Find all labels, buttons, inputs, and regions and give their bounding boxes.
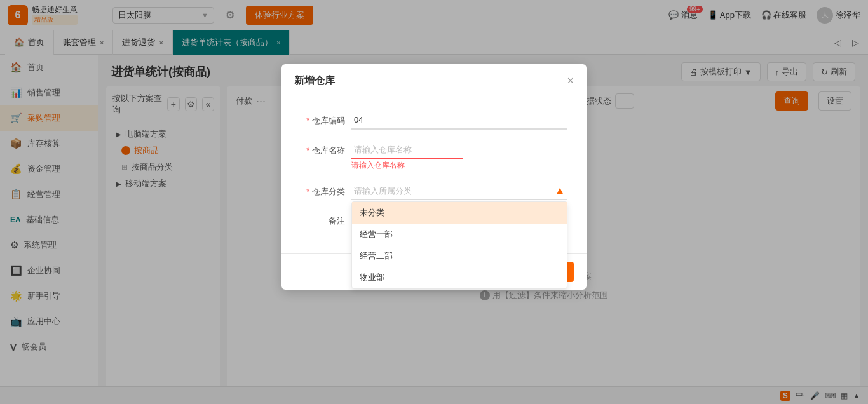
category-input-wrap: ▲ 未分类 经营一部 经营二部 物业部 [351, 182, 567, 200]
dropdown-item-uncategorized[interactable]: 未分类 [352, 202, 567, 224]
name-input[interactable] [351, 141, 463, 159]
dropdown-item-property[interactable]: 物业部 [352, 267, 567, 288]
form-row-code: 仓库编码 [301, 111, 567, 130]
category-label: 仓库分类 [301, 182, 351, 198]
modal-overlay[interactable]: 新增仓库 × 仓库编码 仓库名称 请 [0, 0, 868, 404]
code-input[interactable] [351, 111, 567, 129]
category-toggle-icon[interactable]: ▲ [552, 185, 567, 196]
name-label: 仓库名称 [301, 141, 351, 156]
dropdown-item-dept2[interactable]: 经营二部 [352, 245, 567, 267]
name-input-wrap [351, 141, 463, 159]
note-label: 备注 [301, 212, 351, 227]
category-dropdown: 未分类 经营一部 经营二部 物业部 [351, 201, 567, 289]
code-input-wrap [351, 111, 567, 130]
modal-close-button[interactable]: × [567, 74, 574, 88]
dropdown-item-dept1[interactable]: 经营一部 [352, 224, 567, 245]
category-input-container: ▲ [351, 182, 567, 200]
modal-header: 新增仓库 × [281, 64, 587, 98]
name-error-msg: 请输入仓库名称 [351, 160, 405, 171]
modal-new-warehouse: 新增仓库 × 仓库编码 仓库名称 请 [281, 64, 587, 290]
modal-body: 仓库编码 仓库名称 请输入仓库名称 [281, 98, 587, 253]
form-row-category: 仓库分类 ▲ 未分类 经营一部 经营二部 物业部 [301, 182, 567, 200]
form-row-name: 仓库名称 请输入仓库名称 [301, 141, 567, 171]
code-label: 仓库编码 [301, 111, 351, 126]
category-input[interactable] [351, 182, 552, 199]
modal-title: 新增仓库 [294, 74, 335, 88]
